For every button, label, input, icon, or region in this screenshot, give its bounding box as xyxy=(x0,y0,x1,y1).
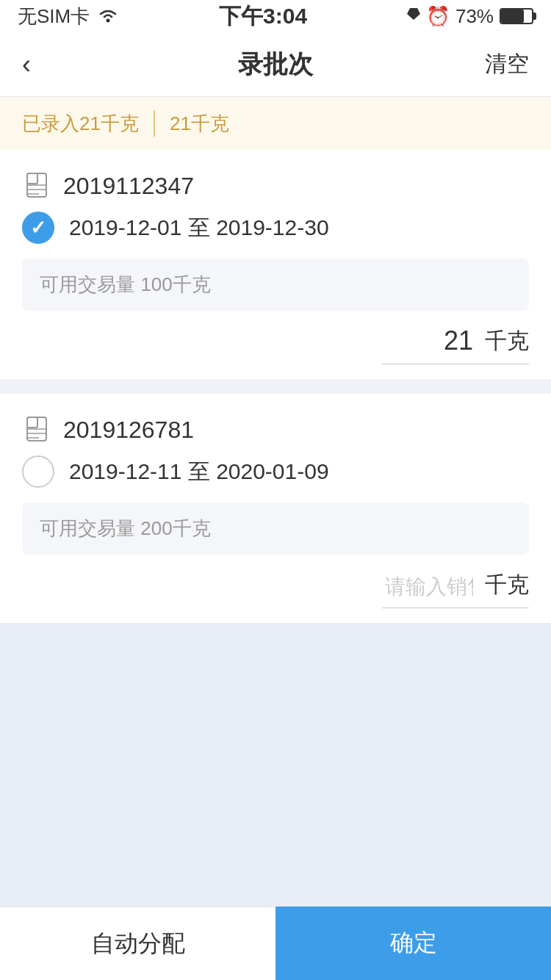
recorded-value: 21千克 xyxy=(170,111,229,137)
status-time: 下午3:04 xyxy=(219,1,307,32)
location-icon xyxy=(407,5,420,28)
date-range-1: 2019-12-01 至 2019-12-30 xyxy=(69,213,329,243)
battery-percentage: 73% xyxy=(455,5,494,28)
batch-card-2: 2019126781 2019-12-11 至 2020-01-09 可用交易量… xyxy=(0,394,551,623)
battery-icon xyxy=(500,8,533,24)
page-title: 录批次 xyxy=(238,48,313,82)
auto-distribute-button[interactable]: 自动分配 xyxy=(0,907,276,980)
confirm-button[interactable]: 确定 xyxy=(276,907,551,980)
batch-id-row-1: 2019112347 xyxy=(22,172,529,200)
content-area: 2019112347 ✓ 2019-12-01 至 2019-12-30 可用交… xyxy=(0,150,551,980)
svg-rect-7 xyxy=(27,417,37,428)
available-row-2: 可用交易量 200千克 xyxy=(22,502,529,555)
nav-bar: ‹ 录批次 清空 xyxy=(0,32,551,97)
wifi-icon xyxy=(97,5,119,28)
available-row-1: 可用交易量 100千克 xyxy=(22,259,529,311)
info-banner: 已录入21千克 21千克 xyxy=(0,97,551,150)
batch-id-1: 2019112347 xyxy=(63,173,194,200)
batch-doc-icon-2 xyxy=(22,416,54,444)
clear-button[interactable]: 清空 xyxy=(485,49,529,79)
svg-point-0 xyxy=(107,18,110,22)
batch-card-1: 2019112347 ✓ 2019-12-01 至 2019-12-30 可用交… xyxy=(0,150,551,379)
date-range-2: 2019-12-11 至 2020-01-09 xyxy=(69,457,329,487)
radio-2[interactable] xyxy=(22,455,54,488)
date-row-1[interactable]: ✓ 2019-12-01 至 2019-12-30 xyxy=(22,212,529,244)
status-left: 无SIM卡 xyxy=(18,4,119,29)
back-button[interactable]: ‹ xyxy=(22,49,66,80)
quantity-input-1[interactable] xyxy=(385,325,473,356)
status-right: ⏰ 73% xyxy=(407,5,533,28)
bottom-bar: 自动分配 确定 xyxy=(0,907,551,980)
quantity-input-2[interactable] xyxy=(385,569,473,600)
svg-rect-2 xyxy=(27,173,37,184)
date-row-2[interactable]: 2019-12-11 至 2020-01-09 xyxy=(22,455,529,488)
card-divider xyxy=(0,379,551,394)
status-bar: 无SIM卡 下午3:04 ⏰ 73% xyxy=(0,0,551,32)
batch-doc-icon-1 xyxy=(22,172,54,200)
batch-id-row-2: 2019126781 xyxy=(22,416,529,444)
banner-divider xyxy=(154,110,155,137)
quantity-unit-2: 千克 xyxy=(485,570,529,600)
quantity-unit-1: 千克 xyxy=(485,326,529,356)
batch-id-2: 2019126781 xyxy=(63,417,194,444)
carrier-text: 无SIM卡 xyxy=(18,4,90,29)
empty-area xyxy=(0,623,551,917)
radio-1[interactable]: ✓ xyxy=(22,212,54,244)
alarm-icon: ⏰ xyxy=(426,5,450,28)
recorded-label: 已录入21千克 xyxy=(22,111,139,137)
